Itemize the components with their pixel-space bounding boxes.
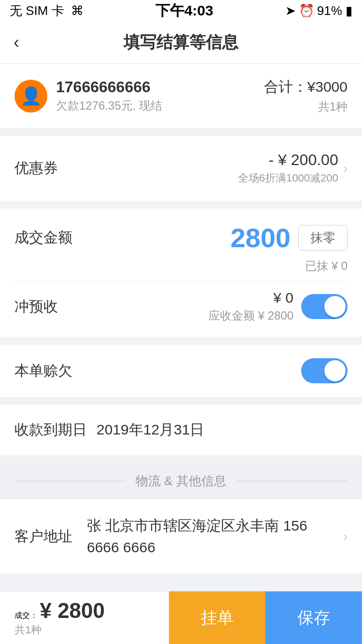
debt-label: 本单赊欠 [14,361,72,381]
bottom-deal-label: 成交： [14,611,38,619]
section-divider: 物流 & 其他信息 [0,463,362,499]
avatar-icon: 👤 [20,86,42,106]
sim-wifi-status: 无 SIM 卡 ⌘ [10,2,84,19]
due-date-label: 收款到期日 [14,420,87,440]
round-button[interactable]: 抹零 [298,225,348,251]
status-left: 无 SIM 卡 ⌘ [10,2,84,19]
customer-right: 合计：¥3000 共1种 [264,77,348,114]
date-row: 收款到期日 2019年12月31日 [14,420,348,440]
coupon-value-block: - ¥ 200.00 全场6折满1000减200 [238,151,338,185]
divider-line-right [236,481,348,481]
divider-line-left [14,481,126,481]
coupon-section: 优惠券 - ¥ 200.00 全场6折满1000减200 › [0,136,362,201]
customer-info: 17666666666 欠款1276.35元, 现结 [56,78,162,113]
address-section[interactable]: 客户地址 张 北京市市辖区海淀区永丰南 156 6666 6666 › [0,499,362,574]
total-amount: 合计：¥3000 [264,77,348,97]
bottom-amount: ¥ 2800 [40,599,105,622]
address-label: 客户地址 [14,527,72,546]
battery-status: 91% ▮ [317,3,352,18]
deal-amount-right: 2800 抹零 [230,222,348,253]
toggle-knob [324,296,346,317]
total-count: 共1种 [264,99,348,114]
customer-note: 欠款1276.35元, 现结 [56,98,162,113]
bottom-info: 成交： ¥ 2800 共1种 [0,599,169,637]
prepaid-amount-block: ¥ 0 应收金额 ¥ 2800 [209,290,293,323]
status-time: 下午4:03 [155,1,213,21]
debt-toggle-knob [324,360,346,381]
status-right: ➤ ⏰ 91% ▮ [285,3,352,18]
deal-sub-text: 已抹 ¥ 0 [305,259,348,272]
divider-text: 物流 & 其他信息 [136,473,226,490]
due-date-value: 2019年12月31日 [97,420,204,440]
prepaid-row: 冲预收 ¥ 0 应收金额 ¥ 2800 [14,290,348,323]
customer-card: 👤 17666666666 欠款1276.35元, 现结 合计：¥3000 共1… [0,64,362,128]
deal-amount-row: 成交金额 2800 抹零 [14,222,348,253]
address-chevron-icon: › [343,529,348,544]
due-date-section: 收款到期日 2019年12月31日 [0,405,362,455]
bottom-bar: 成交： ¥ 2800 共1种 挂单 保存 [0,591,362,644]
alarm-icon: ⏰ [299,3,314,18]
coupon-subtext: 全场6折满1000减200 [238,171,338,185]
nav-bar: ‹ 填写结算等信息 [0,21,362,64]
status-bar: 无 SIM 卡 ⌘ 下午4:03 ➤ ⏰ 91% ▮ [0,0,362,21]
deal-amount-value: 2800 [230,222,291,253]
prepaid-toggle[interactable] [301,294,348,319]
coupon-value: - ¥ 200.00 [238,151,338,169]
deal-amount-label: 成交金额 [14,228,72,248]
inner-divider [14,281,348,282]
prepaid-amount: ¥ 0 [209,290,293,306]
debt-toggle[interactable] [301,358,348,383]
bottom-count: 共1种 [14,623,154,637]
page-title: 填写结算等信息 [124,31,238,54]
address-value: 张 北京市市辖区海淀区永丰南 156 6666 6666 [87,515,343,558]
prepaid-subtext: 应收金额 ¥ 2800 [209,308,293,323]
back-button[interactable]: ‹ [14,32,19,53]
coupon-row[interactable]: 优惠券 - ¥ 200.00 全场6折满1000减200 › [0,136,362,201]
save-button[interactable]: 保存 [265,591,362,644]
prepaid-right: ¥ 0 应收金额 ¥ 2800 [209,290,348,323]
chevron-right-icon: › [343,161,348,176]
coupon-right: - ¥ 200.00 全场6折满1000减200 › [238,151,348,185]
hang-button[interactable]: 挂单 [169,591,265,644]
customer-left: 👤 17666666666 欠款1276.35元, 现结 [14,78,162,113]
avatar: 👤 [14,80,47,112]
coupon-label: 优惠券 [14,158,58,178]
location-icon: ➤ [285,3,296,18]
bottom-deal-row: 成交： ¥ 2800 [14,599,154,623]
customer-phone: 17666666666 [56,78,162,96]
deal-section: 成交金额 2800 抹零 已抹 ¥ 0 冲预收 ¥ 0 应收金额 ¥ 2800 [0,209,362,337]
debt-section: 本单赊欠 [0,345,362,397]
prepaid-label: 冲预收 [14,297,58,317]
main-content: 👤 17666666666 欠款1276.35元, 现结 合计：¥3000 共1… [0,64,362,636]
